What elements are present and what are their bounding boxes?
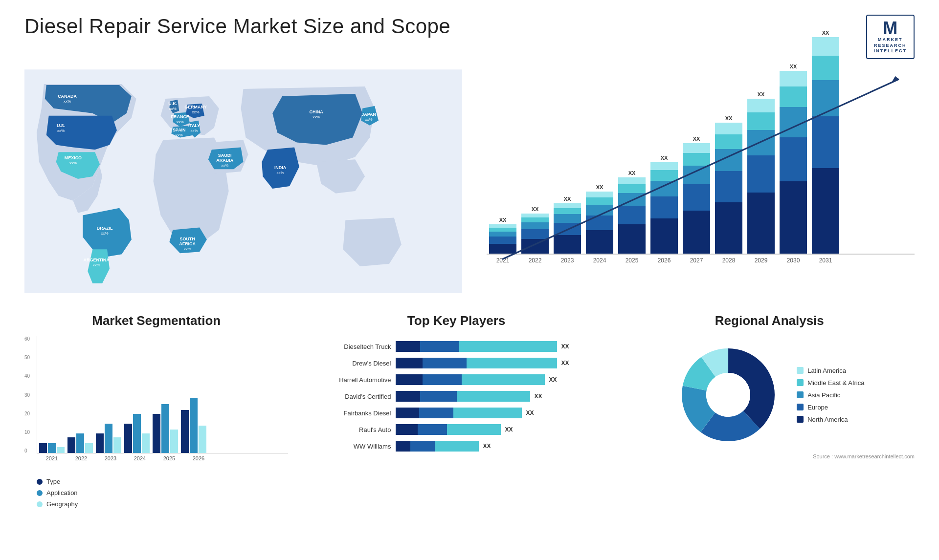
seg-bar-group-2023	[96, 424, 121, 453]
donut-chart	[674, 341, 782, 449]
x-label-2024: 2024	[586, 257, 613, 264]
seg-bar-app-2026	[190, 398, 198, 453]
legend-color-asia-pacific	[797, 391, 804, 398]
svg-text:xx%: xx%	[169, 107, 177, 111]
y-label-40: 40	[24, 373, 30, 379]
player-bar-harrell: XX	[396, 374, 614, 385]
top-players-title: Top Key Players	[298, 313, 614, 328]
legend-dot-application	[37, 490, 43, 496]
player-bar-ww: XX	[396, 441, 614, 452]
x-label-2030: 2030	[780, 257, 807, 264]
map-svg-wrapper: CANADA xx% U.S. xx% MEXICO xx% BRAZIL xx…	[24, 69, 462, 294]
svg-text:CANADA: CANADA	[58, 94, 77, 99]
seg-bar-app-2024	[133, 414, 141, 453]
legend-label-middle-east: Middle East & Africa	[807, 379, 864, 387]
top-section: CANADA xx% U.S. xx% MEXICO xx% BRAZIL xx…	[24, 69, 915, 294]
seg-bar-group-2024	[124, 414, 150, 453]
seg-bar-type-2022	[67, 437, 75, 453]
player-row-drews: Drew's Diesel XX	[298, 358, 614, 368]
regional-analysis-panel: Regional Analysis	[625, 313, 915, 508]
logo-letter: M	[883, 20, 897, 37]
world-map: CANADA xx% U.S. xx% MEXICO xx% BRAZIL xx…	[24, 69, 462, 294]
svg-text:U.K.: U.K.	[168, 101, 177, 106]
player-row-harrell: Harrell Automotive XX	[298, 374, 614, 385]
svg-text:xx%: xx%	[191, 129, 198, 133]
y-label-30: 30	[24, 392, 30, 398]
svg-text:SPAIN: SPAIN	[173, 128, 186, 132]
regional-donut-wrapper: Latin America Middle East & Africa Asia …	[625, 336, 915, 449]
svg-text:xx%: xx%	[69, 161, 77, 165]
seg-legend: Type Application Geography	[24, 478, 288, 508]
seg-bar-geo-2024	[142, 433, 150, 453]
market-seg-title: Market Segmentation	[24, 313, 288, 328]
bar-label-2025: XX	[628, 170, 636, 176]
legend-dot-type	[37, 479, 43, 485]
player-name-rauls: Raul's Auto	[298, 426, 391, 433]
legend-label-geography: Geography	[46, 500, 78, 508]
svg-text:xx%: xx%	[64, 99, 71, 104]
x-label-2022: 2022	[521, 257, 549, 264]
market-segmentation-panel: Market Segmentation 60 50 40 30 20 10 0	[24, 313, 288, 508]
seg-x-2022: 2022	[68, 455, 94, 461]
svg-text:JAPAN: JAPAN	[361, 112, 376, 117]
player-value-ww: XX	[483, 443, 491, 450]
player-name-fairbanks: Fairbanks Diesel	[298, 409, 391, 417]
seg-bar-type-2021	[39, 443, 47, 453]
regional-title: Regional Analysis	[625, 313, 915, 328]
player-bar-davids: XX	[396, 391, 614, 402]
seg-bar-geo-2025	[170, 430, 178, 453]
player-value-rauls: XX	[505, 426, 513, 433]
legend-label-type: Type	[46, 478, 60, 485]
player-name-davids: David's Certified	[298, 393, 391, 400]
x-label-2029: 2029	[747, 257, 775, 264]
svg-text:ITALY: ITALY	[188, 123, 200, 128]
svg-text:xx%: xx%	[101, 231, 109, 236]
seg-bar-type-2024	[124, 424, 132, 453]
seg-bar-geo-2026	[199, 426, 206, 453]
player-row-ww: WW Williams XX	[298, 441, 614, 452]
y-label-20: 20	[24, 411, 30, 416]
seg-bar-type-2023	[96, 433, 104, 453]
seg-bar-app-2021	[48, 443, 56, 453]
bar-label-2023: XX	[564, 196, 571, 202]
x-label-2031: 2031	[812, 257, 839, 264]
bar-label-2031: XX	[822, 30, 829, 36]
svg-text:GERMANY: GERMANY	[184, 105, 207, 109]
svg-text:xx%: xx%	[177, 120, 184, 124]
legend-type: Type	[37, 478, 288, 485]
legend-label-application: Application	[46, 489, 78, 496]
svg-text:xx%: xx%	[184, 247, 191, 251]
x-label-2023: 2023	[554, 257, 581, 264]
x-label-2027: 2027	[683, 257, 710, 264]
svg-text:AFRICA: AFRICA	[179, 241, 196, 246]
y-label-60: 60	[24, 336, 30, 342]
growth-bar-chart: XX XX	[477, 69, 915, 294]
svg-text:INDIA: INDIA	[274, 165, 287, 170]
bar-label-2024: XX	[596, 184, 604, 190]
player-row-dieseltech: Dieseltech Truck XX	[298, 341, 614, 352]
bar-label-2021: XX	[499, 217, 507, 223]
y-label-0: 0	[24, 448, 30, 453]
player-bar-dieseltech: XX	[396, 341, 614, 352]
svg-text:ARABIA: ARABIA	[216, 158, 233, 163]
player-value-fairbanks: XX	[526, 409, 534, 416]
y-label-50: 50	[24, 355, 30, 360]
player-row-davids: David's Certified XX	[298, 391, 614, 402]
source-text: Source : www.marketresearchintellect.com	[625, 453, 915, 459]
player-value-davids: XX	[534, 393, 542, 400]
seg-bar-geo-2022	[85, 443, 93, 453]
seg-bar-app-2025	[161, 404, 169, 453]
bar-label-2028: XX	[725, 115, 733, 121]
svg-text:ARGENTINA: ARGENTINA	[84, 258, 110, 262]
player-name-ww: WW Williams	[298, 443, 391, 450]
svg-text:xx%: xx%	[313, 115, 320, 119]
svg-text:xx%: xx%	[192, 110, 200, 114]
svg-text:BRAZIL: BRAZIL	[97, 226, 113, 231]
legend-middle-east: Middle East & Africa	[797, 379, 864, 387]
bottom-section: Market Segmentation 60 50 40 30 20 10 0	[24, 313, 915, 508]
legend-label-europe: Europe	[807, 404, 828, 411]
svg-text:xx%: xx%	[277, 171, 284, 175]
player-value-dieseltech: XX	[561, 343, 569, 350]
player-value-drews: XX	[561, 360, 569, 366]
legend-color-middle-east	[797, 379, 804, 386]
